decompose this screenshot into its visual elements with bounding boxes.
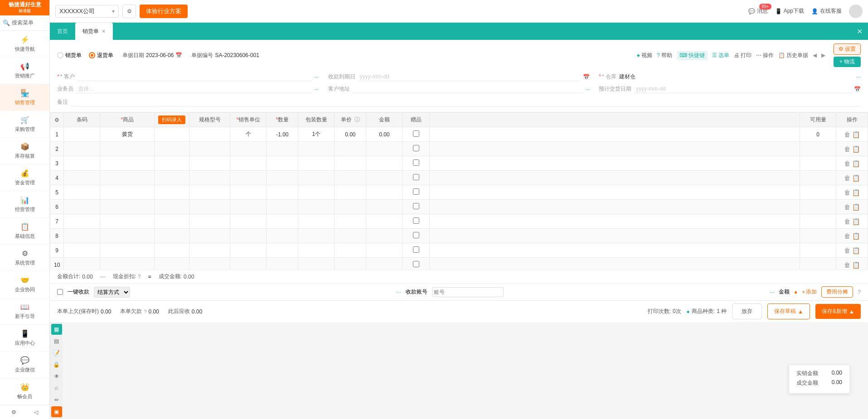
row-spec-5[interactable]: [189, 185, 230, 200]
sidebar-item-wechat[interactable]: 💬 企业微信: [0, 352, 49, 378]
row-note-4[interactable]: [430, 171, 800, 185]
sidebar-item-search[interactable]: 🔍 搜索菜单: [0, 15, 49, 31]
row-spec-9[interactable]: [189, 243, 230, 258]
address-dots[interactable]: ···: [585, 86, 590, 92]
logistics-btn[interactable]: + 物流: [834, 57, 861, 67]
row-note-8[interactable]: [430, 229, 800, 243]
help-tool[interactable]: ? 帮助: [657, 52, 672, 59]
row-pack-qty-9[interactable]: [298, 243, 335, 258]
row-note-3[interactable]: [430, 156, 800, 171]
settings-set-btn[interactable]: ⚙ 设置: [834, 43, 861, 55]
row-amount-9[interactable]: [366, 243, 402, 258]
gift-checkbox-8[interactable]: [413, 232, 419, 238]
row-gift-5[interactable]: [402, 185, 430, 200]
row-quantity-7[interactable]: [267, 214, 298, 229]
fee-split-btn[interactable]: 费用分摊: [821, 286, 853, 298]
select-tool[interactable]: ☰ 选单: [712, 52, 729, 59]
row-pack-qty-10[interactable]: [298, 258, 335, 270]
row-note-5[interactable]: [430, 185, 800, 200]
sidebar-item-inventory[interactable]: 📦 库存核算: [0, 138, 49, 164]
row-note-2[interactable]: [430, 142, 800, 156]
row-gift-4[interactable]: [402, 171, 430, 185]
one-click-payment-checkbox[interactable]: [57, 289, 63, 295]
delete-row-4[interactable]: 🗑: [844, 174, 850, 182]
rp-eye-btn[interactable]: 👁: [51, 371, 62, 382]
row-price-8[interactable]: [335, 229, 366, 243]
copy-row-5[interactable]: 📋: [852, 189, 860, 196]
tab-sales-order[interactable]: 销货单 ✕: [75, 23, 113, 40]
company-selector[interactable]: XXXXXX公司 ▾: [55, 5, 119, 18]
copy-row-6[interactable]: 📋: [852, 203, 860, 211]
sidebar-item-app-center[interactable]: 📱 应用中心: [0, 325, 49, 352]
row-amount-2[interactable]: [366, 142, 402, 156]
row-gift-10[interactable]: [402, 258, 430, 270]
row-pack-qty-8[interactable]: [298, 229, 335, 243]
row-pack-qty-2[interactable]: [298, 142, 335, 156]
row-spec-4[interactable]: [189, 171, 230, 185]
row-unit-2[interactable]: [230, 142, 267, 156]
row-spec-6[interactable]: [189, 200, 230, 214]
row-spec-2[interactable]: [189, 142, 230, 156]
debit-hint[interactable]: ?: [144, 309, 146, 314]
row-gift-9[interactable]: [402, 243, 430, 258]
scan-btn[interactable]: 扫码录入: [158, 116, 185, 124]
row-barcode-9[interactable]: [64, 243, 100, 258]
row-price-10[interactable]: [335, 258, 366, 270]
save-draft-btn[interactable]: 保存草稿 ▲: [767, 303, 810, 319]
gift-checkbox-4[interactable]: [413, 174, 419, 180]
action-tool[interactable]: ⋯ 操作: [756, 52, 774, 59]
rp-lock-btn[interactable]: 🔒: [51, 359, 62, 370]
gift-checkbox-2[interactable]: [413, 145, 419, 151]
row-unit-6[interactable]: [230, 200, 267, 214]
row-unit-5[interactable]: [230, 185, 267, 200]
gift-checkbox-3[interactable]: [413, 159, 419, 166]
rp-orange-btn[interactable]: ▣: [51, 406, 62, 417]
row-gift-3[interactable]: [402, 156, 430, 171]
online-service-btn[interactable]: 👤 在线客服: [811, 7, 842, 15]
row-amount-1[interactable]: 0.00: [366, 127, 402, 142]
number-value[interactable]: SA-20230606-001: [215, 52, 259, 58]
product-kind-stat[interactable]: ● 商品种类: 1 种: [687, 308, 727, 315]
row-barcode-3[interactable]: [64, 156, 100, 171]
row-spec-1[interactable]: [189, 127, 230, 142]
row-amount-10[interactable]: [366, 258, 402, 270]
add-label[interactable]: + 添加: [802, 288, 817, 296]
rp-layout1-btn[interactable]: ▦: [51, 324, 62, 335]
sidebar-item-quick-nav[interactable]: ⚡ 快捷导航: [0, 31, 49, 58]
shortcut-tool[interactable]: ⌨ 快捷键: [677, 51, 708, 60]
delivery-cal-icon[interactable]: 📅: [854, 86, 861, 92]
app-download-btn[interactable]: 📱 App下载: [775, 7, 804, 15]
copy-row-4[interactable]: 📋: [852, 174, 860, 182]
delete-row-8[interactable]: 🗑: [844, 232, 850, 240]
row-quantity-6[interactable]: [267, 200, 298, 214]
row-note-10[interactable]: [430, 258, 800, 270]
sidebar-item-basic-info[interactable]: 📋 基础信息: [0, 218, 49, 245]
delete-row-1[interactable]: 🗑: [844, 131, 850, 138]
row-note-7[interactable]: [430, 214, 800, 229]
row-note-6[interactable]: [430, 200, 800, 214]
row-pack-qty-4[interactable]: [298, 171, 335, 185]
salesman-dots[interactable]: ···: [315, 86, 319, 92]
row-price-4[interactable]: [335, 171, 366, 185]
delete-row-7[interactable]: 🗑: [844, 218, 850, 225]
nav-next-icon[interactable]: ▶: [821, 52, 825, 58]
copy-row-9[interactable]: 📋: [852, 247, 860, 254]
row-unit-1[interactable]: 个: [230, 127, 267, 142]
row-spec-3[interactable]: [189, 156, 230, 171]
copy-row-2[interactable]: 📋: [852, 145, 860, 153]
row-product-9[interactable]: [100, 243, 155, 258]
row-note-9[interactable]: [430, 243, 800, 258]
settings-btn[interactable]: ⚙: [122, 5, 136, 18]
row-barcode-2[interactable]: [64, 142, 100, 156]
row-barcode-1[interactable]: [64, 127, 100, 142]
copy-row-7[interactable]: 📋: [852, 218, 860, 225]
row-unit-3[interactable]: [230, 156, 267, 171]
settle-method-select[interactable]: 结算方式: [94, 287, 130, 298]
copy-row-3[interactable]: 📋: [852, 160, 860, 167]
row-product-6[interactable]: [100, 200, 155, 214]
row-unit-8[interactable]: [230, 229, 267, 243]
th-scan[interactable]: 扫码录入: [155, 113, 189, 127]
radio-return-order[interactable]: 退货单: [89, 52, 113, 59]
tab-sales-order-close[interactable]: ✕: [102, 29, 106, 34]
row-quantity-5[interactable]: [267, 185, 298, 200]
